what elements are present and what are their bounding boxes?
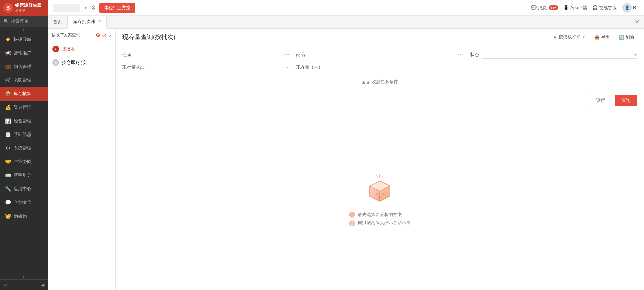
left-panel-header: 按以下方案查询 ⊕ ⊙ « (48, 29, 115, 42)
collapse-more-btn[interactable]: ▲▲ 收起更多条件 (357, 77, 402, 86)
svg-line-7 (376, 175, 378, 178)
nav-dropdown-btn[interactable]: ▼ (84, 5, 88, 10)
nav-label: 应用中心 (14, 186, 31, 192)
scheme-item-按仓库+批次[interactable]: ✦ 按仓库+批次 (48, 56, 115, 69)
sidebar-item-营销推广[interactable]: 📢营销推广 (0, 46, 48, 60)
scheme-header-actions: ⊕ ⊙ « (96, 32, 111, 38)
sidebar: B 畅康通好生意 标准版 🔍 搜索菜单 ▲ ⚡快捷导航📢营销推广💼销售管理🛒采购… (0, 0, 48, 290)
page-title: 现存量查询(按批次) (122, 33, 175, 41)
sidebar-item-系统管理[interactable]: ⚙系统管理 (0, 141, 48, 155)
user-profile-btn[interactable]: 👤 Rit (622, 3, 639, 13)
sidebar-item-基础信息[interactable]: 📋基础信息 (0, 128, 48, 141)
tab-inventory-batch[interactable]: 库存批次账 ✕ (68, 16, 107, 29)
sidebar-item-资金管理[interactable]: 💰资金管理 (0, 101, 48, 114)
collapse-scheme-btn[interactable]: « (108, 33, 111, 38)
manage-scheme-btn[interactable]: ⊙ (102, 32, 106, 38)
sidebar-footer: ⚙ ◀ (0, 279, 48, 290)
experience-btn[interactable]: 体验行业方案 (99, 3, 135, 13)
sidebar-item-企业微信[interactable]: 💬企业微信 (0, 196, 48, 209)
scroll-up-btn[interactable]: ▲ (0, 27, 48, 33)
nav-label: 快捷导航 (14, 36, 31, 42)
nav-icon: 👑 (5, 213, 11, 219)
nav-icon: 🛒 (5, 77, 11, 83)
nav-icon: 📖 (5, 173, 11, 178)
nav-label: 营销推广 (14, 50, 31, 56)
warehouse-filter: 仓库 ··· (122, 50, 289, 59)
online-service-btn[interactable]: 🎧 在线客服 (592, 5, 617, 11)
sidebar-item-销售管理[interactable]: 💼销售管理 (0, 60, 48, 73)
sidebar-item-企业协同[interactable]: 🤝企业协同 (0, 155, 48, 168)
messages-btn[interactable]: 💬 消息 99+ (531, 5, 558, 11)
status-select[interactable] (482, 51, 637, 59)
step-1-num: 1 (349, 212, 355, 218)
warehouse-input[interactable] (135, 52, 284, 57)
inventory-qty-divider: — (355, 65, 360, 70)
status-label: 状态 (470, 52, 480, 58)
right-content-panel: 现存量查询(按批次) 🖨 按模板打印 ▼ 📤 导出 🔄 刷新 (116, 29, 644, 290)
left-scheme-panel: 按以下方案查询 ⊕ ⊙ « ✦ 按批次 ✦ 按仓库+批次 (48, 29, 116, 290)
nav-label: 资金管理 (14, 104, 31, 110)
warehouse-more-btn[interactable]: ··· (284, 51, 289, 57)
topbar: ▼ ⚙ 体验行业方案 💬 消息 99+ 📱 App下载 🎧 在线客服 👤 (48, 0, 644, 16)
inventory-qty-from[interactable] (325, 63, 353, 71)
nav-label: 企业微信 (14, 199, 31, 205)
panel-close-btn[interactable]: ✕ (630, 19, 644, 25)
footer-settings-btn[interactable]: ⚙ (3, 283, 7, 287)
sidebar-item-新手引导[interactable]: 📖新手引导 (0, 168, 48, 182)
nav-search-input[interactable] (53, 4, 80, 12)
user-avatar: 👤 (622, 3, 632, 13)
nav-icon: 💼 (5, 64, 11, 69)
inventory-qty-filter: 现存量（主） — (296, 63, 463, 71)
step-2-num: 2 (349, 220, 355, 226)
sidebar-header: B 畅康通好生意 标准版 (0, 0, 48, 16)
export-btn[interactable]: 📤 导出 (592, 33, 613, 41)
print-icon: 🖨 (553, 35, 557, 40)
app-title: 畅康通好生意 标准版 (15, 3, 41, 13)
inventory-status-filter: 现存量状态 ▼ (122, 63, 289, 71)
sidebar-search[interactable]: 🔍 搜索菜单 (0, 16, 48, 27)
nav-label: 畅会员 (14, 213, 27, 219)
inventory-status-select[interactable] (148, 63, 289, 71)
app-download-btn[interactable]: 📱 App下载 (563, 5, 587, 11)
inventory-qty-label: 现存量（主） (296, 64, 323, 70)
nav-label: 基础信息 (14, 131, 31, 138)
footer-collapse-btn[interactable]: ◀ (41, 283, 44, 287)
empty-step-2: 2 用过滤条件来缩小分析范围 (349, 220, 411, 226)
print-btn[interactable]: 🖨 按模板打印 ▼ (550, 33, 588, 41)
sidebar-item-采购管理[interactable]: 🛒采购管理 (0, 73, 48, 87)
sidebar-item-应用中心[interactable]: 🔧应用中心 (0, 182, 48, 196)
scheme-item-按批次[interactable]: ✦ 按批次 (48, 42, 115, 56)
sidebar-item-库存核算[interactable]: 📦库存核算 (0, 87, 48, 101)
nav-icon: 📋 (5, 132, 11, 137)
sidebar-item-经营管理[interactable]: 📊经营管理 (0, 114, 48, 128)
nav-icon: ⚙ (5, 145, 11, 151)
tab-close-btn[interactable]: ✕ (98, 19, 101, 24)
filter-area: 仓库 ··· 商品 ··· (116, 45, 644, 91)
product-more-btn[interactable]: ··· (458, 51, 463, 57)
sidebar-item-畅会员[interactable]: 👑畅会员 (0, 209, 48, 223)
nav-label: 采购管理 (14, 77, 31, 83)
avatar-placeholder: 👤 (625, 5, 630, 10)
nav-icon: 💰 (5, 105, 11, 110)
content-area: 按以下方案查询 ⊕ ⊙ « ✦ 按批次 ✦ 按仓库+批次 现存量查询(按批次) (48, 29, 644, 290)
page-header: 现存量查询(按批次) 🖨 按模板打印 ▼ 📤 导出 🔄 刷新 (116, 29, 644, 45)
refresh-btn[interactable]: 🔄 刷新 (616, 33, 637, 41)
main-area: ▼ ⚙ 体验行业方案 💬 消息 99+ 📱 App下载 🎧 在线客服 👤 (48, 0, 644, 290)
collapse-more-area: ▲▲ 收起更多条件 (122, 75, 637, 86)
empty-step-1: 1 请先选择要分析的方案 (349, 212, 411, 218)
add-scheme-btn[interactable]: ⊕ (96, 32, 100, 38)
inventory-status-label: 现存量状态 (122, 64, 146, 70)
tab-home[interactable]: 首页 (48, 16, 68, 29)
nav-icon: 📢 (5, 50, 11, 56)
product-input[interactable] (308, 52, 458, 57)
nav-icon: ⚡ (5, 37, 11, 42)
scroll-down-btn[interactable]: ▼ (0, 274, 48, 279)
inventory-qty-to[interactable] (362, 63, 390, 71)
topbar-settings-icon[interactable]: ⚙ (91, 4, 96, 11)
query-btn[interactable]: 查询 (615, 95, 637, 106)
product-label: 商品 (296, 52, 306, 58)
warehouse-label: 仓库 (122, 52, 132, 58)
settings-icon: ⚙ (3, 283, 7, 287)
sidebar-item-快捷导航[interactable]: ⚡快捷导航 (0, 33, 48, 46)
settings-btn[interactable]: 设置 (589, 95, 612, 106)
